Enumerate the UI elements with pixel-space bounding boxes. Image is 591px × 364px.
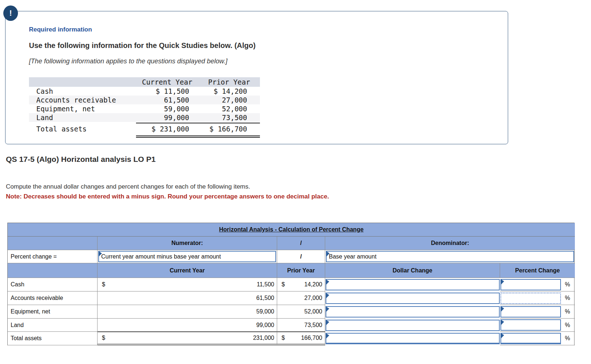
- fin-header-current-year: Current Year: [136, 77, 198, 87]
- equipment-percent-change-input[interactable]: [500, 306, 561, 317]
- total-prior-value: 166,700: [285, 335, 325, 341]
- denominator-cell: Base year amount: [325, 250, 575, 263]
- currency-symbol: $: [277, 335, 285, 341]
- fin-row-label: Equipment, net: [29, 104, 136, 113]
- ar-current-value: 61,500: [103, 295, 277, 301]
- fin-total-double-rule: [136, 135, 260, 138]
- fin-row-land: Land 99,000 73,500: [29, 113, 260, 122]
- col-header-dollar-change: Dollar Change: [325, 263, 500, 278]
- ar-percent-change-cell: %: [500, 291, 575, 305]
- fin-row-label: Total assets: [29, 123, 136, 134]
- fin-current-value: 59,000: [136, 104, 198, 113]
- cash-percent-change-input[interactable]: [500, 279, 561, 290]
- fin-row-label: Cash: [29, 87, 136, 96]
- numerator-input[interactable]: Current year amount minus base year amou…: [98, 251, 276, 262]
- formula-row-slash: /: [277, 250, 325, 263]
- horizontal-analysis-worksheet: Horizontal Analysis - Calculation of Per…: [7, 223, 575, 345]
- numerator-header: Numerator:: [98, 237, 277, 250]
- fin-row-cash: Cash $ 11,500 $ 14,200: [29, 87, 260, 96]
- percent-sign: %: [561, 295, 575, 301]
- total-percent-change-input[interactable]: [500, 333, 561, 344]
- total-current-cell: $231,000: [98, 331, 277, 346]
- row-label-land: Land: [8, 319, 98, 332]
- ar-dollar-change-input[interactable]: [326, 293, 500, 304]
- col-header-prior-year: Prior Year: [277, 263, 325, 278]
- fin-prior-value: 73,500: [198, 113, 260, 122]
- ar-percent-change-input[interactable]: [500, 293, 561, 304]
- total-dollar-change-input[interactable]: [326, 333, 500, 344]
- cash-current-value: 11,500: [105, 281, 277, 288]
- fin-prior-value: $ 14,200: [198, 87, 260, 96]
- fin-table-header-row: Current Year Prior Year: [29, 77, 260, 87]
- equipment-prior-value: 52,000: [282, 308, 325, 315]
- currency-symbol: $: [277, 281, 285, 288]
- fin-current-value: $ 11,500: [136, 87, 198, 96]
- info-card-subtitle: [The following information applies to th…: [29, 57, 497, 65]
- question-note: Note: Decreases should be entered with a…: [6, 193, 329, 200]
- cash-dollar-change-input[interactable]: [326, 279, 500, 290]
- total-percent-change-cell: %: [500, 332, 575, 345]
- land-dollar-change-cell: [325, 319, 500, 332]
- row-label-total-assets: Total assets: [8, 332, 98, 345]
- land-current-value: 99,000: [103, 322, 277, 328]
- ar-prior-value: 27,000: [282, 295, 325, 301]
- land-current-cell: 99,000: [98, 319, 277, 332]
- cash-prior-value: 14,200: [285, 281, 325, 288]
- required-info-card: ! Required information Use the following…: [5, 11, 508, 144]
- cell-marker-icon: [501, 307, 504, 312]
- cell-marker-icon: [326, 320, 329, 326]
- source-financial-table: Current Year Prior Year Cash $ 11,500 $ …: [29, 77, 260, 138]
- col-header-percent-change: Percent Change: [500, 263, 575, 278]
- fin-row-label: Land: [29, 113, 136, 122]
- land-percent-change-cell: %: [500, 319, 575, 332]
- land-percent-change-input[interactable]: [500, 319, 561, 331]
- denominator-input-value: Base year amount: [329, 253, 377, 260]
- required-information-label: Required information: [29, 26, 497, 33]
- equipment-current-cell: 59,000: [98, 305, 277, 319]
- cash-prior-cell: $14,200: [277, 278, 325, 291]
- fin-row-total-assets: Total assets $ 231,000 $ 166,700: [29, 123, 260, 134]
- land-dollar-change-input[interactable]: [326, 320, 500, 331]
- equipment-current-value: 59,000: [103, 308, 277, 315]
- col-header-current-year: Current Year: [98, 263, 277, 278]
- cell-marker-icon: [501, 279, 504, 285]
- total-dollar-change-cell: [325, 332, 500, 345]
- equipment-prior-cell: 52,000: [277, 305, 325, 319]
- alert-icon-glyph: !: [9, 8, 12, 18]
- ar-current-cell: 61,500: [98, 291, 277, 305]
- fin-current-value: 61,500: [136, 96, 198, 104]
- col-header-empty-cell: [8, 263, 98, 278]
- equipment-dollar-change-cell: [325, 305, 500, 319]
- fin-row-label: Accounts receivable: [29, 96, 136, 104]
- percent-sign: %: [561, 322, 575, 328]
- ar-prior-cell: 27,000: [277, 291, 325, 305]
- fin-row-accounts-receivable: Accounts receivable 61,500 27,000: [29, 96, 260, 104]
- row-label-equipment-net: Equipment, net: [8, 305, 98, 319]
- cell-marker-icon: [501, 320, 504, 325]
- formula-header-slash: /: [277, 237, 325, 250]
- percent-sign: %: [561, 281, 575, 288]
- fin-current-value: 99,000: [136, 113, 198, 122]
- currency-symbol: $: [98, 335, 105, 341]
- denominator-header: Denominator:: [325, 237, 575, 250]
- question-heading: QS 17-5 (Algo) Horizontal analysis LO P1: [6, 155, 155, 164]
- total-current-value: 231,000: [105, 335, 277, 341]
- fin-row-equipment-net: Equipment, net 59,000 52,000: [29, 104, 260, 113]
- numerator-input-value: Current year amount minus base year amou…: [101, 253, 221, 260]
- row-label-accounts-receivable: Accounts receivable: [8, 291, 98, 305]
- currency-symbol: $: [98, 281, 105, 288]
- land-prior-cell: 73,500: [277, 319, 325, 332]
- percent-sign: %: [561, 335, 575, 342]
- denominator-input[interactable]: Base year amount: [326, 251, 574, 262]
- alert-icon: !: [3, 5, 18, 21]
- fin-current-value: $ 231,000: [136, 123, 198, 134]
- cash-dollar-change-cell: [325, 278, 500, 291]
- formula-header-empty-cell: [8, 237, 98, 250]
- equipment-dollar-change-input[interactable]: [326, 306, 500, 317]
- land-prior-value: 73,500: [282, 322, 325, 328]
- fin-prior-value: $ 166,700: [198, 123, 260, 134]
- row-label-cash: Cash: [8, 278, 98, 291]
- cell-marker-icon: [326, 307, 329, 312]
- cell-marker-icon: [501, 333, 504, 339]
- fin-prior-value: 52,000: [198, 104, 260, 113]
